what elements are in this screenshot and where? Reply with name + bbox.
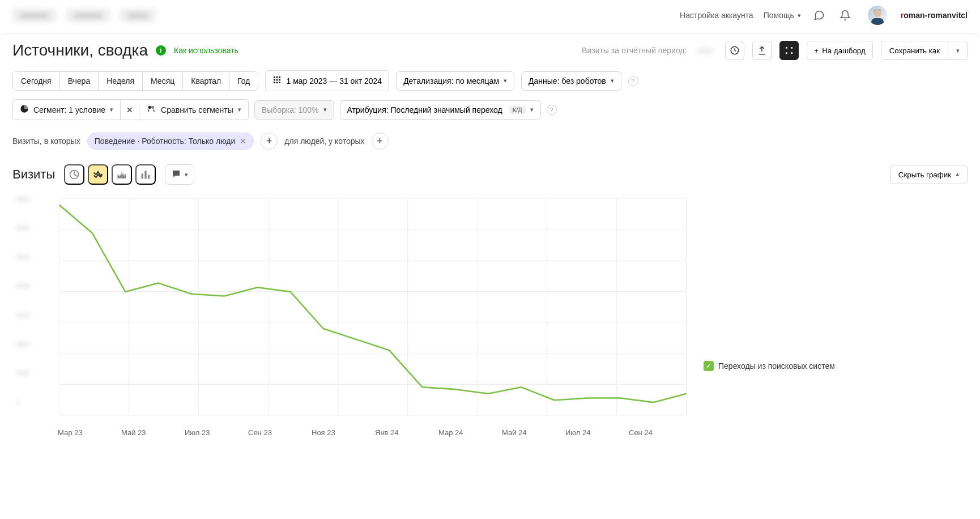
- period-month[interactable]: Месяц: [143, 72, 183, 90]
- chevron-down-icon: ▾: [238, 106, 241, 113]
- attribution-label: Атрибуция: Последний значимый переход: [347, 105, 502, 114]
- chart-type-area[interactable]: [112, 164, 132, 185]
- svg-rect-11: [279, 82, 281, 83]
- add-people-filter-button[interactable]: +: [372, 133, 389, 150]
- svg-rect-8: [279, 79, 281, 81]
- help-dropdown[interactable]: Помощь ▾: [764, 11, 801, 20]
- add-visit-filter-button[interactable]: +: [261, 133, 278, 150]
- chevron-down-icon: ▾: [530, 106, 534, 113]
- chart-area: xxxxxxxxxxxxxxxxxxxxxxxxxxxxx Мар 23Май …: [12, 193, 692, 437]
- svg-rect-6: [274, 79, 275, 81]
- compare-label: Сравнить сегменты: [161, 105, 233, 114]
- chart-legend: ✓ Переходы из поисковых систем: [704, 295, 851, 437]
- topbar: xxxxxxxxxxxxxxxxxxx Настройка аккаунта П…: [0, 0, 980, 31]
- sample-label: Выборка: 100%: [262, 105, 319, 114]
- chart-type-group: [64, 164, 156, 185]
- segment-label: Сегмент: 1 условие: [33, 105, 105, 114]
- period-quarter[interactable]: Квартал: [183, 72, 229, 90]
- segment-clear-button[interactable]: ✕: [121, 105, 139, 114]
- topbar-blurred-crumbs: xxxxxxxxxxxxxxxxxxx: [12, 8, 156, 22]
- chat-icon[interactable]: [811, 7, 827, 23]
- compare-icon: [146, 104, 156, 115]
- legend-label: Переходы из поисковых систем: [718, 361, 835, 371]
- period-week[interactable]: Неделя: [99, 72, 143, 90]
- svg-rect-16: [145, 171, 147, 178]
- svg-rect-15: [142, 173, 143, 178]
- detail-label: Детализация: по месяцам: [403, 76, 499, 86]
- comment-icon: [171, 169, 181, 181]
- bell-icon[interactable]: [837, 7, 853, 23]
- sample-dropdown[interactable]: Выборка: 100% ▾: [254, 100, 334, 120]
- hide-chart-label: Скрыть график: [898, 171, 951, 179]
- detail-dropdown[interactable]: Детализация: по месяцам ▾: [396, 71, 514, 91]
- chevron-down-icon: ▾: [504, 77, 507, 84]
- svg-rect-5: [279, 76, 281, 78]
- add-to-dashboard-button[interactable]: + На дашборд: [807, 41, 872, 60]
- help-icon[interactable]: ?: [547, 105, 557, 115]
- save-as-button[interactable]: Сохранить как: [881, 41, 948, 60]
- pie-icon: [20, 104, 29, 115]
- page-title: Источники, сводка: [12, 41, 148, 59]
- username-rest: oman-romanvitcl: [904, 11, 968, 20]
- date-range-picker[interactable]: 1 мар 2023 — 31 окт 2024: [265, 70, 389, 91]
- visits-period-value: xxxx: [697, 46, 713, 55]
- period-yesterday[interactable]: Вчера: [60, 72, 99, 90]
- filter-prefix: Визиты, в которых: [12, 137, 80, 146]
- date-range-label: 1 мар 2023 — 31 окт 2024: [286, 76, 382, 86]
- presentation-icon-button[interactable]: [779, 41, 799, 60]
- add-to-dashboard-label: На дашборд: [822, 46, 866, 55]
- svg-rect-17: [148, 175, 150, 179]
- chevron-down-icon: ▾: [110, 106, 113, 113]
- plus-icon: +: [814, 46, 819, 55]
- chevron-down-icon: ▾: [956, 47, 960, 54]
- period-year[interactable]: Год: [229, 72, 258, 90]
- chart-type-bar[interactable]: [135, 164, 156, 185]
- svg-rect-7: [276, 79, 278, 81]
- save-as-dropdown[interactable]: ▾: [948, 41, 968, 60]
- chart-header: Визиты ▾ Скрыть график ▾: [12, 164, 968, 185]
- period-today[interactable]: Сегодня: [13, 72, 60, 90]
- chart-type-pie[interactable]: [64, 164, 84, 185]
- close-icon[interactable]: ✕: [240, 137, 246, 146]
- compare-segments-dropdown[interactable]: Сравнить сегменты ▾: [139, 100, 248, 120]
- chevron-up-icon: ▾: [956, 171, 959, 178]
- info-icon: i: [156, 45, 166, 56]
- data-filter-dropdown[interactable]: Данные: без роботов ▾: [521, 71, 621, 91]
- help-icon[interactable]: ?: [628, 76, 638, 86]
- segment-toolbar: Сегмент: 1 условие ▾ ✕ Сравнить сегменты…: [12, 99, 968, 120]
- data-filter-label: Данные: без роботов: [529, 76, 606, 86]
- svg-rect-9: [274, 82, 275, 83]
- filter-chip-label: Поведение · Роботность: Только люди: [95, 137, 236, 146]
- calendar-icon: [272, 75, 282, 86]
- chevron-down-icon: ▾: [323, 106, 327, 113]
- chart-type-line[interactable]: [88, 164, 108, 185]
- title-row: Источники, сводка i Как использовать Виз…: [12, 41, 968, 60]
- chart-svg: [12, 193, 692, 433]
- export-icon-button[interactable]: [752, 41, 772, 60]
- chart-plot: xxxxxxxxxxxxxxxxxxxxxxxxxxxxx: [12, 193, 692, 425]
- chart-area-wrap: xxxxxxxxxxxxxxxxxxxxxxxxxxxxx Мар 23Май …: [12, 193, 968, 437]
- save-as-split-button: Сохранить как ▾: [881, 41, 968, 60]
- avatar[interactable]: [868, 6, 887, 25]
- how-to-link[interactable]: Как использовать: [174, 46, 238, 55]
- visits-period-label: Визиты за отчётный период:: [582, 46, 687, 55]
- goal-dropdown[interactable]: ▾: [165, 164, 194, 185]
- chevron-down-icon: ▾: [798, 12, 801, 19]
- svg-rect-10: [276, 82, 278, 83]
- history-icon-button[interactable]: [725, 41, 744, 60]
- filter-chip-robotness[interactable]: Поведение · Роботность: Только люди ✕: [87, 133, 254, 150]
- account-settings-link[interactable]: Настройка аккаунта: [680, 11, 753, 20]
- period-preset-group: Сегодня Вчера Неделя Месяц Квартал Год: [12, 71, 258, 91]
- username[interactable]: roman-romanvitcl: [901, 11, 968, 20]
- filter-mid: для людей, у которых: [284, 137, 364, 146]
- svg-point-0: [874, 9, 881, 17]
- chevron-down-icon: ▾: [611, 77, 614, 84]
- legend-checkbox[interactable]: ✓: [704, 361, 714, 371]
- period-toolbar: Сегодня Вчера Неделя Месяц Квартал Год 1…: [12, 70, 968, 91]
- attribution-dropdown[interactable]: Атрибуция: Последний значимый переход К/…: [340, 100, 541, 120]
- svg-point-12: [148, 106, 151, 109]
- segment-dropdown[interactable]: Сегмент: 1 условие ▾: [13, 100, 120, 120]
- filter-row: Визиты, в которых Поведение · Роботность…: [12, 133, 968, 150]
- attribution-badge: К/Д: [509, 106, 526, 114]
- hide-chart-button[interactable]: Скрыть график ▾: [890, 165, 968, 184]
